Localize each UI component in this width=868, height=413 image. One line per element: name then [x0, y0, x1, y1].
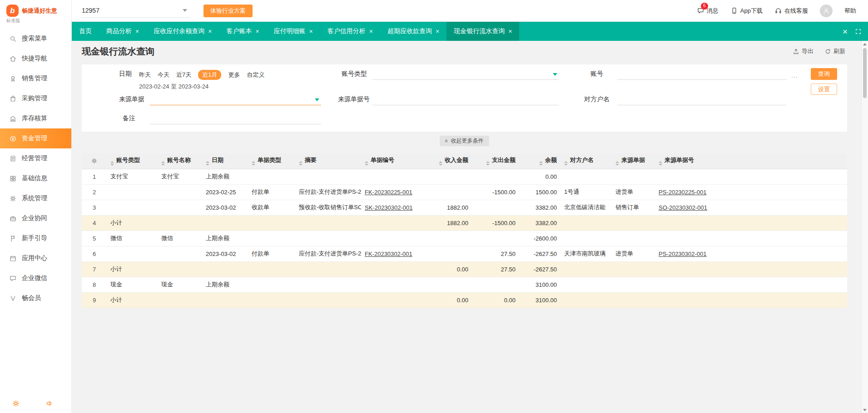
column-settings-gear-icon[interactable] [82, 153, 107, 169]
column-header-date[interactable]: 日期 [202, 153, 248, 169]
column-header-summary[interactable]: 摘要 [295, 153, 361, 169]
source-doc-no-link[interactable]: PS-20230302-001 [659, 251, 707, 257]
sidebar-item-search-menu[interactable]: 搜索菜单 [0, 29, 71, 49]
sidebar-item-funds-mgmt[interactable]: 资金管理 [0, 128, 71, 148]
table-row[interactable]: 62023-03-02付款单应付款-支付进货单PS-20FK-20230302-… [82, 246, 847, 261]
date-option-today[interactable]: 今天 [158, 71, 169, 79]
column-header-source-doc-no[interactable]: 来源单据号 [655, 153, 736, 169]
date-option-yesterday[interactable]: 昨天 [139, 71, 151, 79]
table-row[interactable]: 32023-03-02收款单预收款-收取销售订单SO-SK-20230302-0… [82, 200, 847, 215]
announcement-speaker-icon[interactable] [45, 399, 54, 408]
tab-close-icon[interactable]: × [255, 28, 259, 34]
sidebar-item-inventory-accounting[interactable]: 库存核算 [0, 108, 71, 128]
table-row[interactable]: 5微信微信上期余额-2600.00 [82, 231, 847, 246]
sort-icon[interactable] [439, 161, 442, 166]
tab-customer-ledger[interactable]: 客户账本 × [219, 22, 266, 41]
vertical-scrollbar[interactable] [861, 41, 868, 413]
source-doc-select[interactable] [150, 93, 321, 105]
sidebar-item-beginner-guide[interactable]: 新手引导 [0, 228, 71, 248]
date-option-custom[interactable]: 自定义 [247, 71, 264, 79]
account-input[interactable]: ... [617, 68, 786, 80]
sidebar-item-quick-nav[interactable]: 快捷导航 [0, 49, 71, 69]
column-header-balance[interactable]: 余额 [519, 153, 560, 169]
collapse-more-conditions-button[interactable]: « 收起更多条件 [440, 136, 489, 146]
doc-no-link[interactable]: SK-20230302-001 [365, 204, 413, 211]
tab-close-icon[interactable]: × [436, 28, 439, 34]
column-header-doc-no[interactable]: 单据编号 [361, 153, 427, 169]
settings-gear-icon[interactable] [12, 399, 20, 408]
column-header-doc-type[interactable]: 单据类型 [248, 153, 295, 169]
sidebar-item-system-mgmt[interactable]: 系统管理 [0, 188, 71, 208]
source-doc-no-input[interactable] [372, 93, 559, 105]
column-header-income[interactable]: 收入金额 [427, 153, 472, 169]
help-button[interactable]: 帮助 [844, 7, 856, 15]
remark-input[interactable] [150, 113, 321, 124]
table-row[interactable]: 1支付宝支付宝上期余额0.00 [82, 169, 847, 184]
settings-button[interactable]: 设置 [811, 84, 837, 95]
subtotal-row[interactable]: 9小计0.000.003100.00 [82, 292, 847, 308]
date-option-last7days[interactable]: 近7天 [176, 71, 191, 79]
tab-product-analysis[interactable]: 商品分析 × [99, 22, 146, 41]
tab-home[interactable]: 首页 [72, 22, 99, 41]
sidebar-item-sales-mgmt[interactable]: 销售管理 [0, 69, 71, 88]
fullscreen-icon[interactable] [855, 28, 862, 35]
workspace-select[interactable]: 12957 [81, 4, 190, 18]
column-header-counterparty[interactable]: 对方户名 [560, 153, 612, 169]
query-button[interactable]: 查询 [811, 68, 837, 80]
doc-no-link[interactable]: FK-20230225-001 [365, 189, 412, 196]
sort-icon[interactable] [299, 161, 303, 166]
doc-no-link[interactable]: FK-20230302-001 [365, 251, 412, 257]
messages-button[interactable]: 6 消息 [697, 7, 719, 15]
export-button[interactable]: 导出 [793, 47, 813, 55]
sidebar-item-app-center[interactable]: 应用中心 [0, 248, 71, 268]
sidebar-item-chang-member[interactable]: 畅会员 [0, 288, 71, 308]
tab-close-icon[interactable]: × [508, 28, 512, 34]
tab-close-icon[interactable]: × [135, 28, 139, 34]
column-header-account-name[interactable]: 账号名称 [158, 153, 202, 169]
sidebar-item-business-mgmt[interactable]: 经营管理 [0, 148, 71, 168]
sort-icon[interactable] [486, 161, 490, 166]
sort-icon[interactable] [659, 161, 662, 166]
sort-icon[interactable] [252, 161, 255, 166]
table-row[interactable]: 22023-02-25付款单应付款-支付进货单PS-20FK-20230225-… [82, 184, 847, 200]
user-avatar[interactable] [820, 5, 833, 17]
date-option-last-month[interactable]: 近1月 [198, 70, 221, 80]
table-row[interactable]: 8现金现金上期余额3100.00 [82, 277, 847, 292]
trial-industry-plan-button[interactable]: 体验行业方案 [203, 5, 253, 17]
sort-icon[interactable] [365, 161, 368, 166]
tab-ap-detail-ledger[interactable]: 应付明细账 × [267, 22, 320, 41]
sort-icon[interactable] [539, 161, 543, 166]
tab-cash-bank-flow-query[interactable]: 现金银行流水查询 × [446, 22, 519, 41]
close-all-tabs-icon[interactable]: × [843, 27, 848, 36]
scroll-up-arrow-icon[interactable] [862, 41, 868, 47]
column-header-account-type[interactable]: 账号类型 [107, 153, 158, 169]
tab-close-icon[interactable]: × [208, 28, 212, 34]
refresh-button[interactable]: 刷新 [824, 47, 845, 55]
sort-icon[interactable] [110, 161, 114, 166]
source-doc-no-link[interactable]: PS-20230225-001 [659, 189, 707, 196]
subtotal-row[interactable]: 4小计1882.00-1500.003382.00 [82, 215, 847, 231]
date-range-value[interactable]: 2023-02-24 至 2023-03-24 [139, 83, 208, 91]
sort-icon[interactable] [564, 161, 568, 166]
app-download-button[interactable]: App下载 [730, 7, 763, 15]
sort-icon[interactable] [161, 161, 165, 166]
column-header-expense[interactable]: 支出金额 [472, 153, 519, 169]
column-header-source-doc[interactable]: 来源单据 [612, 153, 655, 169]
counterparty-input[interactable] [617, 93, 786, 105]
account-more-ellipsis-icon[interactable]: ... [791, 72, 798, 79]
date-option-more[interactable]: 更多 [228, 71, 240, 79]
sort-icon[interactable] [206, 161, 209, 166]
sort-icon[interactable] [615, 161, 619, 166]
tab-close-icon[interactable]: × [309, 28, 313, 34]
tab-overdue-receivables-query[interactable]: 超期应收款查询 × [380, 22, 446, 41]
account-type-select[interactable] [372, 68, 559, 80]
subtotal-row[interactable]: 7小计0.0027.50-2627.50 [82, 261, 847, 277]
tab-close-icon[interactable]: × [369, 28, 373, 34]
online-service-button[interactable]: 在线客服 [774, 7, 808, 15]
sidebar-item-enterprise-collab[interactable]: 企业协同 [0, 208, 71, 228]
source-doc-no-link[interactable]: SO-20230302-001 [659, 204, 707, 211]
sidebar-item-enterprise-wechat[interactable]: 企业微信 [0, 268, 71, 288]
sidebar-item-basic-info[interactable]: 基础信息 [0, 168, 71, 188]
tab-ar-ap-balance-query[interactable]: 应收应付余额查询 × [146, 22, 219, 41]
scroll-down-arrow-icon[interactable] [862, 407, 868, 413]
